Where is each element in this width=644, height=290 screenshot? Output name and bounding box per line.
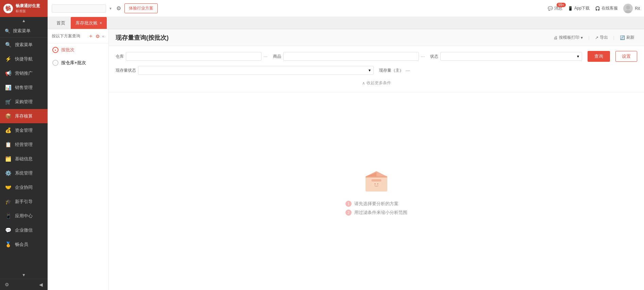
empty-hint-1: 1 请先选择要分析的方案 <box>345 201 407 207</box>
nav-icon-newbie: 🎓 <box>5 198 12 205</box>
sidebar-item-basic[interactable]: 🗂️ 基础信息 <box>0 152 48 166</box>
hint-text-2: 用过滤条件来缩小分析范围 <box>354 210 407 216</box>
nav-label-vip: 畅会员 <box>15 241 28 248</box>
empty-icon-wrapper <box>359 167 393 195</box>
sidebar-item-finance[interactable]: 💰 资金管理 <box>0 123 48 138</box>
status-chevron-icon: ▾ <box>577 54 579 59</box>
filter-area: 仓库 ··· 商品 ··· 状态 ▾ <box>109 46 644 92</box>
sidebar-scroll-down[interactable]: ▼ <box>0 271 48 279</box>
nav-icon-vip: 🏅 <box>5 241 12 248</box>
hint-text-1: 请先选择要分析的方案 <box>354 201 399 207</box>
left-panel-add-icon[interactable]: ＋ <box>88 33 94 40</box>
print-icon: 🖨 <box>554 35 558 40</box>
product-input[interactable] <box>283 52 419 61</box>
sidebar-scroll-up[interactable]: ▲ <box>0 17 48 24</box>
refresh-label: 刷新 <box>626 35 634 40</box>
warehouse-filter-group: 仓库 ··· <box>116 52 268 61</box>
svg-point-0 <box>626 5 630 10</box>
sidebar-item-purchase[interactable]: 🛒 采购管理 <box>0 95 48 109</box>
stock-qty-filter-group: 现存量（主） — <box>379 68 637 73</box>
left-panel: 按以下方案查询 ＋ ⚙ « ● 按批次 ○ 按仓库+批次 <box>48 29 109 290</box>
online-service-label: 在线客服 <box>601 5 618 11</box>
topbar-search-input[interactable] <box>55 6 89 11</box>
warehouse-input[interactable] <box>126 52 261 61</box>
sidebar-item-operation[interactable]: 📋 经营管理 <box>0 138 48 152</box>
left-panel-settings-icon[interactable]: ⚙ <box>96 34 100 39</box>
nav-label-quick-nav: 快捷导航 <box>15 56 33 62</box>
left-panel-collapse-icon[interactable]: « <box>102 34 104 39</box>
sidebar-item-quick-nav[interactable]: ⚡ 快捷导航 <box>0 52 48 66</box>
left-panel-header: 按以下方案查询 ＋ ⚙ « <box>48 29 108 43</box>
sidebar-item-sales[interactable]: 📊 销售管理 <box>0 80 48 95</box>
edition-label: 标准版 <box>16 9 40 14</box>
settings-button[interactable]: 设置 <box>615 51 637 62</box>
main-area: ▾ ⚙ 体验行业方案 💬 消息 99+ 📱 App下载 🎧 在线客服 Ri <box>48 0 644 290</box>
nav-label-search: 搜索菜单 <box>15 42 33 48</box>
sidebar-settings-icon[interactable]: ⚙ <box>5 282 9 287</box>
warehouse-dots[interactable]: ··· <box>264 54 268 59</box>
company-name: 畅康通好生意 <box>16 3 40 9</box>
product-dots[interactable]: ··· <box>421 54 425 59</box>
sidebar: 畅 畅康通好生意 标准版 ▲ 🔍 搜索菜单 🔍 搜索菜单 ⚡ 快捷导航 📢 营销… <box>0 0 48 290</box>
sidebar-item-app[interactable]: 📱 应用中心 <box>0 209 48 223</box>
sidebar-collapse-icon[interactable]: ◀ <box>39 282 43 287</box>
sidebar-item-inventory[interactable]: 📦 库存核算 <box>0 109 48 123</box>
nav-label-basic: 基础信息 <box>15 156 33 162</box>
sidebar-item-marketing[interactable]: 📢 营销推广 <box>0 66 48 80</box>
empty-hint-2: 2 用过滤条件来缩小分析范围 <box>345 210 407 216</box>
tab-home[interactable]: 首页 <box>52 17 70 29</box>
hint-num-2: 2 <box>345 210 352 216</box>
sidebar-search-label: 搜索菜单 <box>13 28 31 34</box>
tab-inventory-batch[interactable]: 库存批次账 × <box>71 17 107 29</box>
nav-icon-quick-nav: ⚡ <box>5 56 12 62</box>
user-name: Rit <box>635 6 640 11</box>
user-profile[interactable]: Rit <box>623 4 640 13</box>
content-area: 按以下方案查询 ＋ ⚙ « ● 按批次 ○ 按仓库+批次 现存量查询(按批次) <box>48 29 644 290</box>
action-divider-1: | <box>588 35 589 40</box>
sidebar-item-wechat[interactable]: 💬 企业微信 <box>0 223 48 237</box>
topbar-gear-icon[interactable]: ⚙ <box>116 5 121 12</box>
left-panel-item-by-warehouse-batch[interactable]: ○ 按仓库+批次 <box>48 56 108 69</box>
empty-box-icon <box>359 167 393 194</box>
nav-label-marketing: 营销推广 <box>15 70 33 76</box>
sidebar-item-enterprise[interactable]: 🤝 企业协同 <box>0 180 48 195</box>
sidebar-search-item[interactable]: 🔍 搜索菜单 <box>0 24 48 38</box>
nav-icon-enterprise: 🤝 <box>5 184 12 191</box>
sidebar-item-vip[interactable]: 🏅 畅会员 <box>0 237 48 252</box>
collapse-icon: ∧ <box>362 81 365 86</box>
nav-label-app: 应用中心 <box>15 213 33 219</box>
app-download-action[interactable]: 📱 App下载 <box>568 5 590 11</box>
svg-point-8 <box>374 183 375 184</box>
topbar-search-box[interactable] <box>52 4 106 13</box>
left-panel-item-by-batch[interactable]: ● 按批次 <box>48 43 108 56</box>
message-action[interactable]: 💬 消息 99+ <box>548 5 562 11</box>
collapse-row[interactable]: ∧ 收起更多条件 <box>116 79 637 87</box>
sidebar-item-system[interactable]: ⚙️ 系统管理 <box>0 166 48 180</box>
svg-rect-7 <box>372 179 382 181</box>
stock-qty-dash: — <box>406 68 410 73</box>
nav-label-enterprise: 企业协同 <box>15 184 33 191</box>
query-button[interactable]: 查询 <box>588 51 610 62</box>
app-download-label: App下载 <box>574 5 590 11</box>
sidebar-item-search[interactable]: 🔍 搜索菜单 <box>0 38 48 52</box>
nav-label-operation: 经营管理 <box>15 142 33 148</box>
stock-status-chevron-icon: ▾ <box>369 68 371 73</box>
status-label: 状态 <box>430 54 438 59</box>
nav-icon-sales: 📊 <box>5 84 12 91</box>
export-button[interactable]: ↗ 导出 <box>592 33 611 42</box>
print-button[interactable]: 🖨 按模板打印 ▾ <box>551 33 586 42</box>
export-icon: ↗ <box>595 35 598 40</box>
tab-close-icon[interactable]: × <box>100 21 102 25</box>
online-service-action[interactable]: 🎧 在线客服 <box>595 5 618 11</box>
refresh-button[interactable]: 🔄 刷新 <box>617 33 637 42</box>
status-select[interactable]: ▾ <box>440 52 582 61</box>
nav-icon-search: 🔍 <box>5 41 12 48</box>
svg-rect-5 <box>366 176 387 178</box>
trial-button[interactable]: 体验行业方案 <box>124 3 158 13</box>
topbar-chevron-icon[interactable]: ▾ <box>109 6 112 11</box>
hint-num-1: 1 <box>345 201 352 207</box>
tab-inventory-batch-label: 库存批次账 <box>75 20 98 26</box>
stock-status-select[interactable]: ▾ <box>138 66 374 75</box>
sidebar-item-newbie[interactable]: 🎓 新手引导 <box>0 195 48 209</box>
filter-row-2: 现存量状态 ▾ 现存量（主） — <box>116 66 637 75</box>
